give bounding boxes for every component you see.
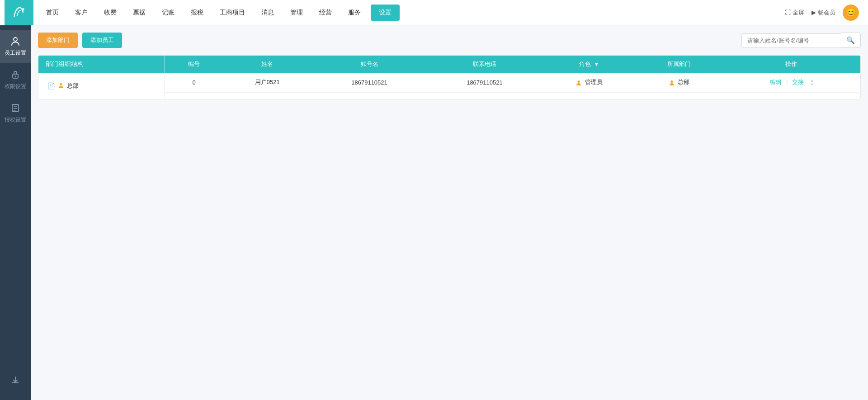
sidebar-item-employee-settings[interactable]: 员工设置: [0, 30, 31, 63]
edit-link[interactable]: 编辑: [768, 79, 783, 85]
employee-table: 编号 姓名 账号名 联系电话 角色 ▼ 所属部门 操作 0 用户0521: [165, 56, 860, 99]
nav-tax[interactable]: 报税: [183, 0, 212, 25]
department-tree: 部门组织结构 📄 总部: [38, 56, 165, 99]
search-icon: 🔍: [846, 36, 855, 44]
vip-icon: ▶: [811, 9, 816, 16]
nav-fee[interactable]: 收费: [96, 0, 125, 25]
employee-icon: [10, 36, 20, 47]
svg-point-9: [578, 80, 580, 83]
sidebar-label-permission: 权限设置: [5, 83, 26, 90]
content-area: 部门组织结构 📄 总部 编号: [38, 55, 861, 99]
svg-point-0: [22, 8, 24, 10]
user-avatar[interactable]: 😊: [843, 5, 859, 21]
search-button[interactable]: 🔍: [841, 33, 861, 48]
fullscreen-button[interactable]: ⛶ 全屏: [785, 9, 804, 17]
role-filter-icon[interactable]: ▼: [594, 61, 599, 67]
cell-dept: 总部: [636, 73, 722, 92]
cell-role: 管理员: [542, 73, 636, 92]
col-header-action: 操作: [722, 56, 860, 73]
tree-body: 📄 总部: [38, 73, 165, 99]
toolbar: 添加部门 添加员工 🔍: [38, 33, 861, 48]
col-header-account: 账号名: [312, 56, 427, 73]
sidebar-item-permission-settings[interactable]: 权限设置: [0, 63, 31, 97]
nav-business[interactable]: 工商项目: [212, 0, 253, 25]
nav-customer[interactable]: 客户: [67, 0, 96, 25]
search-input[interactable]: [741, 33, 841, 47]
sidebar-label-employee: 员工设置: [5, 49, 26, 57]
col-header-name: 姓名: [223, 56, 312, 73]
nav-settings[interactable]: 设置: [371, 5, 400, 21]
tree-item-label: 总部: [67, 82, 79, 90]
cell-account: 18679110521: [312, 73, 427, 92]
file-icon: 📄: [47, 82, 55, 89]
sidebar-label-tax: 报税设置: [5, 116, 26, 124]
svg-point-3: [15, 76, 16, 77]
col-header-dept: 所属部门: [636, 56, 722, 73]
add-department-button[interactable]: 添加部门: [38, 33, 78, 48]
nav-bills[interactable]: 票据: [125, 0, 154, 25]
cell-phone: 18679110521: [427, 73, 542, 92]
action-divider: |: [786, 79, 788, 85]
lock-icon: [10, 70, 20, 81]
search-area: 🔍: [741, 33, 861, 48]
nav-menu: 首页 客户 收费 票据 记账 报税 工商项目 消息 管理 经营 服务 设置: [38, 0, 785, 25]
nav-right-area: ⛶ 全屏 ▶ 畅会员 😊: [785, 5, 863, 21]
tree-header: 部门组织结构: [38, 56, 165, 73]
col-header-id: 编号: [165, 56, 223, 73]
nav-manage[interactable]: 管理: [282, 0, 311, 25]
nav-accounting[interactable]: 记账: [154, 0, 183, 25]
svg-point-8: [60, 83, 62, 85]
cell-action: 编辑 | 交接 ▲ ▼: [722, 73, 860, 92]
vip-button[interactable]: ▶ 畅会员: [811, 9, 835, 17]
left-sidebar: 员工设置 权限设置 报税设置: [0, 25, 31, 400]
col-header-phone: 联系电话: [427, 56, 542, 73]
nav-home[interactable]: 首页: [38, 0, 67, 25]
nav-message[interactable]: 消息: [253, 0, 282, 25]
table-row: 0 用户0521 18679110521 18679110521 管理员 总部 …: [165, 73, 860, 92]
nav-operation[interactable]: 经营: [311, 0, 340, 25]
sidebar-bottom: [0, 369, 31, 393]
vip-label: 畅会员: [818, 9, 835, 17]
main-content: 添加部门 添加员工 🔍 部门组织结构 📄: [31, 25, 868, 400]
sidebar-item-download[interactable]: [0, 369, 31, 393]
top-navigation: 首页 客户 收费 票据 记账 报税 工商项目 消息 管理 经营 服务 设置 ⛶ …: [0, 0, 868, 25]
add-employee-button[interactable]: 添加员工: [82, 33, 122, 48]
tree-user-icon: [58, 82, 64, 90]
sidebar-item-tax-settings[interactable]: 报税设置: [0, 97, 31, 130]
fullscreen-icon: ⛶: [785, 9, 791, 16]
nav-service[interactable]: 服务: [340, 0, 369, 25]
svg-point-1: [14, 38, 17, 41]
row-scroll-arrows[interactable]: ▲ ▼: [810, 79, 814, 87]
app-logo: [5, 0, 33, 25]
cell-name: 用户0521: [223, 73, 312, 92]
svg-point-10: [670, 80, 673, 83]
fullscreen-label: 全屏: [793, 9, 804, 17]
transfer-link[interactable]: 交接: [790, 79, 806, 85]
tax-report-icon: [10, 103, 20, 114]
tree-item-general[interactable]: 📄 总部: [46, 78, 157, 94]
col-header-role: 角色 ▼: [542, 56, 636, 73]
download-icon: [10, 375, 20, 386]
cell-id: 0: [165, 73, 223, 92]
